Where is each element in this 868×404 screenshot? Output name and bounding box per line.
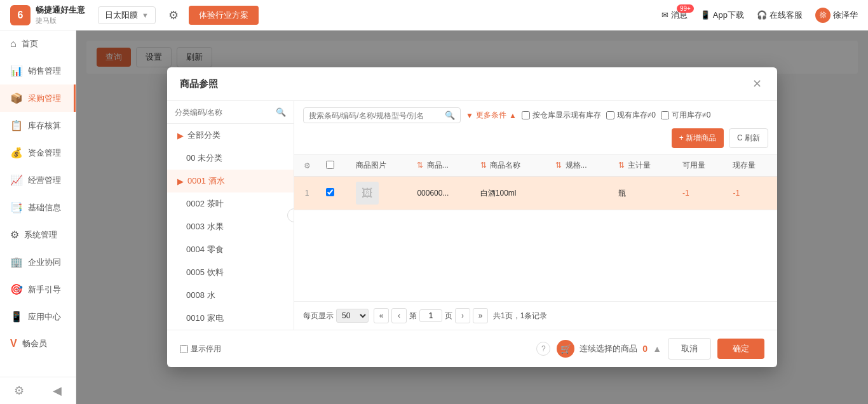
cart-icon: 🛒 <box>557 340 574 358</box>
category-search-input[interactable] <box>175 108 272 117</box>
collapse-cart-btn[interactable]: ▲ <box>653 344 661 354</box>
warehouse-stock-checkbox-input[interactable] <box>522 111 530 119</box>
store-selector[interactable]: 日太阳膜 ▼ <box>98 6 156 24</box>
category-search-icon[interactable]: 🔍 <box>276 107 286 117</box>
category-item-0005[interactable]: 0005 饮料 <box>167 261 294 284</box>
refresh-product-btn[interactable]: C 刷新 <box>729 128 768 148</box>
page-number-input[interactable] <box>419 309 442 322</box>
filter-more-btn[interactable]: ▼ 更多条件 ▲ <box>466 110 517 121</box>
page-total-info: 共1页，1条记录 <box>493 311 547 321</box>
sidebar-item-system[interactable]: ⚙ 系统管理 <box>0 221 76 248</box>
th-checkbox <box>320 155 349 177</box>
product-search-icon[interactable]: 🔍 <box>445 111 455 120</box>
product-table-body: 1 🖼 <box>294 177 777 210</box>
th-name[interactable]: ⇅ 商品名称 <box>474 155 549 177</box>
product-search-input[interactable] <box>309 111 442 120</box>
sidebar-item-sales[interactable]: 📊 销售管理 <box>0 57 76 84</box>
main-layout: ⌂ 首页 📊 销售管理 📦 采购管理 📋 库存核算 💰 资金管理 📈 经营管理 … <box>0 30 868 404</box>
td-unit: 瓶 <box>612 177 676 210</box>
stock-nonzero-checkbox-input[interactable] <box>606 111 614 119</box>
appcenter-icon: 📱 <box>10 311 23 323</box>
td-name: 白酒100ml <box>474 177 549 210</box>
sort-icon-name: ⇅ <box>480 161 487 170</box>
category-item-0008[interactable]: 0008 水 <box>167 284 294 307</box>
sidebar-item-member[interactable]: V 畅会员 <box>0 330 76 357</box>
basic-icon: 📑 <box>10 201 23 213</box>
sidebar-item-purchase[interactable]: 📦 采购管理 <box>0 84 76 112</box>
sort-icon-unit: ⇅ <box>618 161 625 170</box>
online-service-nav-item[interactable]: 🎧 在线客服 <box>757 10 803 21</box>
category-item-0001[interactable]: ▶ 0001 酒水 <box>167 170 294 192</box>
modal-footer: 显示停用 ? 🛒 连续选择的商品 0 ▲ 取消 确定 <box>167 330 777 367</box>
category-item-0010[interactable]: 0010 家电 <box>167 307 294 330</box>
home-icon: ⌂ <box>10 38 17 50</box>
td-available: -1 <box>676 177 727 210</box>
sidebar-expand-icon[interactable]: ◀ <box>53 384 62 398</box>
category-item-0004[interactable]: 0004 零食 <box>167 238 294 261</box>
available-nonzero-checkbox[interactable]: 可用库存≠0 <box>661 110 710 121</box>
show-disabled-checkbox[interactable]: 显示停用 <box>180 344 221 354</box>
sidebar: ⌂ 首页 📊 销售管理 📦 采购管理 📋 库存核算 💰 资金管理 📈 经营管理 … <box>0 30 76 404</box>
purchase-icon: 📦 <box>10 92 23 104</box>
operations-icon: 📈 <box>10 174 23 186</box>
page-size-select[interactable]: 50 10 20 100 <box>336 309 369 323</box>
sidebar-item-basic[interactable]: 📑 基础信息 <box>0 194 76 221</box>
last-page-btn[interactable]: » <box>473 308 488 323</box>
sidebar-item-inventory[interactable]: 📋 库存核算 <box>0 112 76 139</box>
category-item-00[interactable]: 00 未分类 <box>167 147 294 170</box>
th-unit[interactable]: ⇅ 主计量 <box>612 155 676 177</box>
help-icon-btn[interactable]: ? <box>536 342 550 356</box>
prev-page-btn[interactable]: ‹ <box>391 308 407 323</box>
category-item-0002[interactable]: 0002 茶叶 <box>167 192 294 215</box>
table-row[interactable]: 1 🖼 <box>294 177 777 210</box>
category-search-area: 🔍 <box>167 101 294 124</box>
th-code[interactable]: ⇅ 商品... <box>410 155 473 177</box>
logo-area: 6 畅捷通好生意 捷马版 <box>10 4 85 25</box>
th-spec[interactable]: ⇅ 规格... <box>549 155 611 177</box>
settings-gear-button[interactable]: ⚙ <box>163 5 184 25</box>
sidebar-bottom: ⚙ ◀ <box>0 377 76 404</box>
stock-nonzero-checkbox[interactable]: 现有库存≠0 <box>606 110 656 121</box>
add-product-btn[interactable]: + 新增商品 <box>672 128 724 148</box>
sidebar-item-guide[interactable]: 🎯 新手引导 <box>0 276 76 303</box>
sidebar-settings-icon[interactable]: ⚙ <box>14 384 24 398</box>
product-table-container: ⚙ 商品图片 <box>294 155 777 301</box>
first-page-btn[interactable]: « <box>374 308 389 323</box>
cancel-btn[interactable]: 取消 <box>668 338 711 360</box>
top-navigation: 6 畅捷通好生意 捷马版 日太阳膜 ▼ ⚙ 体验行业方案 ✉ 消息 99+ 📱 … <box>0 0 868 30</box>
modal-title: 商品参照 <box>180 78 218 90</box>
show-disabled-checkbox-input[interactable] <box>180 345 188 353</box>
experience-btn[interactable]: 体验行业方案 <box>189 6 259 25</box>
enterprise-icon: 🏢 <box>10 256 23 268</box>
modal-header: 商品参照 ✕ <box>167 67 777 101</box>
app-download-nav-item[interactable]: 📱 App下载 <box>700 10 744 21</box>
category-item-0003[interactable]: 0003 水果 <box>167 215 294 238</box>
sidebar-item-finance[interactable]: 💰 资金管理 <box>0 139 76 166</box>
store-selector-arrow: ▼ <box>142 11 149 19</box>
sidebar-item-appcenter[interactable]: 📱 应用中心 <box>0 303 76 330</box>
select-all-checkbox[interactable] <box>326 161 334 169</box>
messages-nav-item[interactable]: ✉ 消息 99+ <box>661 10 688 21</box>
warehouse-stock-checkbox[interactable]: 按仓库显示现有库存 <box>522 110 601 121</box>
product-toolbar-right: + 新增商品 C 刷新 <box>672 128 768 148</box>
sidebar-item-enterprise[interactable]: 🏢 企业协同 <box>0 248 76 276</box>
available-nonzero-checkbox-input[interactable] <box>661 111 669 119</box>
user-avatar-nav-item[interactable]: 徐 徐泽华 <box>815 8 858 23</box>
row-checkbox[interactable] <box>326 188 334 196</box>
page-navigation: « ‹ 第 页 › » <box>374 308 488 323</box>
category-item-all[interactable]: ▶ 全部分类 <box>167 124 294 147</box>
sidebar-item-home[interactable]: ⌂ 首页 <box>0 30 76 57</box>
table-settings-icon[interactable]: ⚙ <box>304 161 311 170</box>
next-page-btn[interactable]: › <box>455 308 470 323</box>
td-current: -1 <box>726 177 777 210</box>
modal-close-button[interactable]: ✕ <box>749 76 764 91</box>
th-current: 现存量 <box>726 155 777 177</box>
image-placeholder-icon: 🖼 <box>362 187 373 200</box>
logo-icon: 6 <box>10 5 31 25</box>
filter-icon: ▼ <box>466 111 473 120</box>
sidebar-item-operations[interactable]: 📈 经营管理 <box>0 166 76 194</box>
td-code: 000600... <box>410 177 473 210</box>
pagination-bar: 每页显示 50 10 20 100 « ‹ <box>294 301 777 330</box>
sort-icon: ⇅ <box>417 161 423 170</box>
confirm-btn[interactable]: 确定 <box>717 339 764 359</box>
